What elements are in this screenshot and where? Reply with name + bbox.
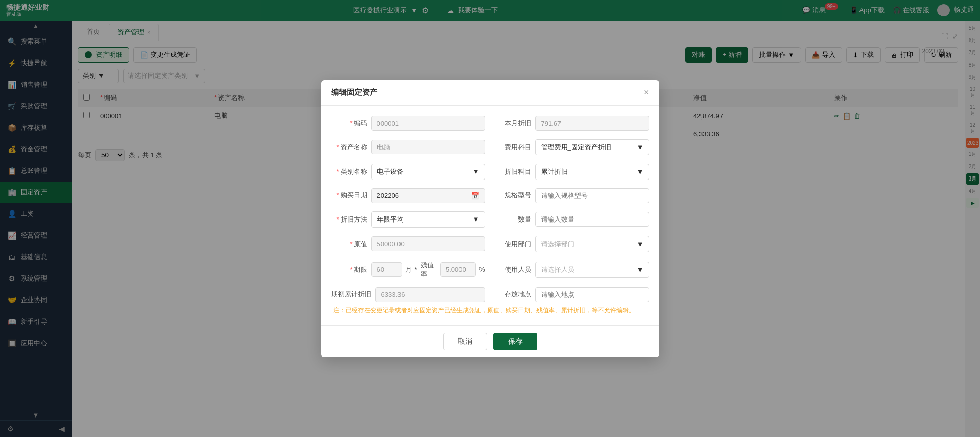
residual-rate-unit: % (479, 266, 485, 273)
depr-subject-label: 折旧科目 (495, 167, 531, 176)
period-unit: 月 (405, 265, 412, 274)
original-value-label: *原值 (331, 240, 367, 249)
expense-subject-label: 费用科目 (495, 143, 531, 152)
depr-method-label: *折旧方法 (331, 215, 367, 224)
initial-accum-depr-input[interactable] (375, 287, 485, 302)
monthly-depr-input (535, 116, 649, 131)
modal-overlay[interactable]: 编辑固定资产 × *编码 本月折旧 (0, 0, 980, 437)
form-item-name: *资产名称 (331, 139, 485, 155)
residual-rate-label: 残值率 (421, 261, 437, 279)
dept-arrow-icon: ▼ (637, 240, 644, 248)
name-input[interactable] (371, 140, 485, 154)
expense-subject-arrow-icon: ▼ (637, 143, 644, 151)
form-item-dept: 使用部门 请选择部门 ▼ (495, 236, 649, 252)
depr-subject-arrow-icon: ▼ (637, 168, 644, 175)
modal-footer: 取消 保存 (321, 325, 659, 357)
depr-method-arrow-icon: ▼ (473, 215, 479, 223)
purchase-date-label: *购买日期 (331, 191, 367, 200)
category-select[interactable]: 电子设备 ▼ (371, 164, 485, 180)
residual-rate-input[interactable] (440, 262, 476, 277)
edit-asset-modal: 编辑固定资产 × *编码 本月折旧 (321, 80, 659, 357)
user-arrow-icon: ▼ (637, 266, 644, 273)
name-label: *资产名称 (331, 143, 367, 152)
code-label: *编码 (331, 118, 367, 128)
period-input[interactable] (371, 262, 402, 277)
form-item-purchase-date: *购买日期 202206 📅 (331, 188, 485, 203)
quantity-label: 数量 (495, 215, 531, 224)
category-arrow-icon: ▼ (473, 168, 479, 175)
code-input[interactable] (371, 116, 485, 131)
modal-title: 编辑固定资产 (331, 88, 377, 97)
form-item-initial-accum-depr: 期初累计折旧 (331, 287, 485, 302)
form-item-depr-method: *折旧方法 年限平均 ▼ (331, 211, 485, 228)
user-select[interactable]: 请选择人员 ▼ (535, 262, 649, 278)
purchase-date-input[interactable]: 202206 📅 (371, 188, 485, 203)
user-label: 使用人员 (495, 265, 531, 274)
form-note: 注：已经存在变更记录或者对应固定资产已经生成凭证，原值、购买日期、残值率、累计折… (331, 306, 649, 315)
dept-select[interactable]: 请选择部门 ▼ (535, 236, 649, 252)
form-item-period: *期限 月 * 残值率 % (331, 261, 485, 279)
period-row: 月 * 残值率 % (371, 261, 485, 279)
form-item-expense-subject: 费用科目 管理费用_固定资产折旧 ▼ (495, 139, 649, 155)
period-label: *期限 (331, 265, 367, 274)
form-item-depr-subject: 折旧科目 累计折旧 ▼ (495, 164, 649, 180)
form-item-monthly-depr: 本月折旧 (495, 116, 649, 131)
modal-header: 编辑固定资产 × (321, 80, 659, 106)
form-item-user: 使用人员 请选择人员 ▼ (495, 261, 649, 279)
form-item-spec: 规格型号 (495, 188, 649, 203)
depr-method-select[interactable]: 年限平均 ▼ (371, 211, 485, 228)
category-label: *类别名称 (331, 167, 367, 176)
quantity-input[interactable] (535, 212, 649, 227)
form-item-category: *类别名称 电子设备 ▼ (331, 164, 485, 180)
spec-input[interactable] (535, 188, 649, 203)
form-item-quantity: 数量 (495, 211, 649, 228)
form-grid: *编码 本月折旧 *资产名称 (331, 116, 649, 302)
dept-label: 使用部门 (495, 240, 531, 249)
expense-subject-select[interactable]: 管理费用_固定资产折旧 ▼ (535, 139, 649, 155)
form-item-code: *编码 (331, 116, 485, 131)
save-button[interactable]: 保存 (493, 333, 537, 350)
initial-accum-depr-label: 期初累计折旧 (331, 290, 371, 299)
spec-label: 规格型号 (495, 191, 531, 200)
depr-subject-select[interactable]: 累计折旧 ▼ (535, 164, 649, 180)
form-item-location: 存放地点 (495, 287, 649, 302)
original-value-input[interactable] (371, 236, 485, 251)
location-input[interactable] (535, 287, 649, 302)
form-item-original-value: *原值 (331, 236, 485, 252)
calendar-icon: 📅 (471, 192, 479, 200)
location-label: 存放地点 (495, 290, 531, 299)
monthly-depr-label: 本月折旧 (495, 118, 531, 128)
modal-close-btn[interactable]: × (644, 87, 649, 98)
modal-body: *编码 本月折旧 *资产名称 (321, 106, 659, 325)
cancel-button[interactable]: 取消 (443, 333, 487, 350)
